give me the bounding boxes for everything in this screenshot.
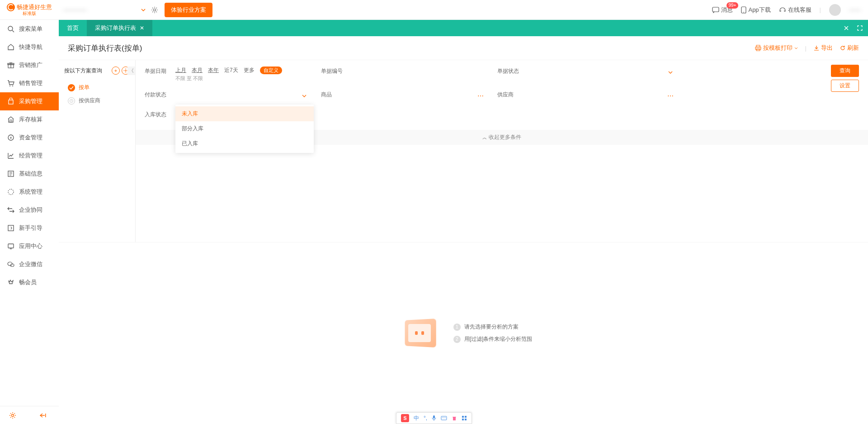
- app-download-button[interactable]: App下载: [741, 6, 770, 14]
- company-selector[interactable]: ————: [59, 6, 87, 13]
- filter-mode-0[interactable]: 按单: [64, 81, 130, 94]
- svg-rect-27: [441, 416, 447, 420]
- search-icon: [7, 25, 14, 33]
- svg-rect-9: [9, 100, 13, 104]
- sidebar-item-2[interactable]: 营销推广: [0, 56, 59, 74]
- sidebar-item-11[interactable]: 新手引导: [0, 219, 59, 237]
- filter-form: 查询 设置 单据日期 上月 本月 本年 近7天 更多: [136, 60, 868, 242]
- export-button[interactable]: 导出: [814, 44, 833, 52]
- close-tab-icon[interactable]: ✕: [140, 25, 144, 31]
- chevron-down-icon[interactable]: [141, 9, 146, 11]
- ime-punct-icon[interactable]: °,: [424, 415, 427, 421]
- ime-mic-icon[interactable]: [432, 415, 436, 421]
- sidebar-item-9[interactable]: 系统管理: [0, 183, 59, 201]
- sidebar-item-12[interactable]: 应用中心: [0, 237, 59, 255]
- page-title: 采购订单执行表(按单): [68, 43, 142, 53]
- storage-status-label: 入库状态: [145, 110, 175, 119]
- experience-button[interactable]: 体验行业方案: [165, 3, 212, 17]
- date-opt-lastmonth[interactable]: 上月: [175, 67, 186, 74]
- tab-1[interactable]: 采购订单执行表✕: [87, 20, 152, 36]
- close-all-tabs-icon[interactable]: [840, 22, 853, 34]
- sidebar-label: 库存核算: [19, 115, 42, 124]
- svg-text:¥: ¥: [9, 136, 12, 140]
- ime-keyboard-icon[interactable]: [441, 416, 447, 420]
- sidebar-item-0[interactable]: 搜索菜单: [0, 20, 59, 38]
- svg-rect-31: [462, 416, 464, 418]
- ime-lang[interactable]: 中: [414, 414, 419, 422]
- dropdown-item-1[interactable]: 部分入库: [175, 121, 314, 136]
- main-content: 首页采购订单执行表✕ 采购订单执行表(按单) 按模板打印 |: [59, 20, 868, 424]
- supplier-select[interactable]: ⋯: [528, 90, 673, 102]
- collapse-sidebar-icon[interactable]: [39, 413, 46, 418]
- sidebar-item-13[interactable]: 企业微信: [0, 255, 59, 273]
- order-status-select[interactable]: [528, 67, 673, 78]
- date-custom-badge[interactable]: 自定义: [260, 67, 282, 74]
- sidebar-label: 经营管理: [19, 152, 42, 160]
- phone-icon: [741, 6, 746, 14]
- storage-status-dropdown: 未入库部分入库已入库: [175, 105, 314, 153]
- product-select[interactable]: ⋯: [352, 90, 483, 102]
- ime-skin-icon[interactable]: [452, 415, 457, 421]
- svg-rect-32: [465, 416, 467, 418]
- more-icon: ⋯: [477, 92, 483, 100]
- svg-rect-21: [756, 45, 760, 47]
- dropdown-item-2[interactable]: 已入库: [175, 136, 314, 151]
- sidebar-label: 资金管理: [19, 133, 42, 142]
- product-label: 商品: [321, 90, 352, 99]
- mode-icon: [68, 97, 75, 105]
- collapse-panel-icon[interactable]: 《: [127, 67, 135, 75]
- ime-tools-icon[interactable]: [462, 415, 467, 421]
- date-opt-thisyear[interactable]: 本年: [208, 67, 219, 74]
- svg-point-8: [12, 86, 13, 86]
- dropdown-item-0[interactable]: 未入库: [175, 106, 314, 121]
- logo-edition: 标准版: [23, 10, 36, 17]
- order-no-input[interactable]: [352, 67, 483, 78]
- sidebar-label: 采购管理: [19, 97, 42, 105]
- sidebar-label: 企业协同: [19, 206, 42, 214]
- coin-icon: ¥: [7, 134, 14, 141]
- empty-step-2: 2 用[过滤]条件来缩小分析范围: [453, 335, 533, 343]
- sidebar-label: 系统管理: [19, 188, 42, 196]
- filter-mode-1[interactable]: 按供应商: [64, 94, 130, 107]
- gear-icon[interactable]: [151, 6, 158, 14]
- wechat-icon: [7, 261, 14, 268]
- username[interactable]: ——: [849, 6, 861, 13]
- settings-button[interactable]: 设置: [831, 80, 859, 92]
- svg-rect-16: [8, 244, 14, 248]
- sidebar-item-4[interactable]: 采购管理: [0, 92, 59, 110]
- sidebar-item-10[interactable]: 企业协同: [0, 201, 59, 219]
- sidebar-item-6[interactable]: ¥资金管理: [0, 129, 59, 147]
- sidebar-item-7[interactable]: 经营管理: [0, 147, 59, 165]
- messages-button[interactable]: 消息 99+: [712, 6, 733, 14]
- settings-icon[interactable]: [9, 412, 16, 419]
- filter-scheme-title: 按以下方案查询: [64, 67, 102, 75]
- print-button[interactable]: 按模板打印: [755, 44, 798, 52]
- headset-icon: [779, 7, 786, 13]
- message-badge: 99+: [726, 2, 739, 9]
- refresh-button[interactable]: 刷新: [840, 44, 859, 52]
- sidebar-item-14[interactable]: 畅会员: [0, 273, 59, 291]
- svg-point-4: [8, 26, 13, 31]
- pay-status-select[interactable]: [175, 90, 307, 102]
- chevron-down-icon: [668, 71, 673, 74]
- avatar[interactable]: [829, 4, 841, 16]
- online-service-button[interactable]: 在线客服: [779, 6, 811, 14]
- sidebar-label: 企业微信: [19, 260, 42, 268]
- svg-rect-33: [462, 419, 464, 420]
- date-opt-more[interactable]: 更多: [244, 67, 255, 74]
- query-button[interactable]: 查询: [831, 65, 859, 77]
- fullscreen-icon[interactable]: [854, 22, 866, 34]
- sidebar-item-1[interactable]: 快捷导航: [0, 38, 59, 56]
- sidebar-item-8[interactable]: 基础信息: [0, 165, 59, 183]
- date-opt-7days[interactable]: 近7天: [224, 67, 238, 74]
- sidebar-item-5[interactable]: 库存核算: [0, 110, 59, 129]
- gift-icon: [7, 62, 14, 69]
- add-scheme-icon[interactable]: +: [112, 67, 120, 75]
- sidebar-item-3[interactable]: 销售管理: [0, 74, 59, 92]
- svg-rect-15: [8, 225, 14, 231]
- tab-0[interactable]: 首页: [59, 20, 87, 36]
- page-header: 采购订单执行表(按单) 按模板打印 | 导出 刷新: [59, 36, 868, 60]
- svg-point-7: [9, 86, 10, 86]
- date-opt-thismonth[interactable]: 本月: [192, 67, 203, 74]
- ime-toolbar[interactable]: S 中 °,: [396, 412, 472, 424]
